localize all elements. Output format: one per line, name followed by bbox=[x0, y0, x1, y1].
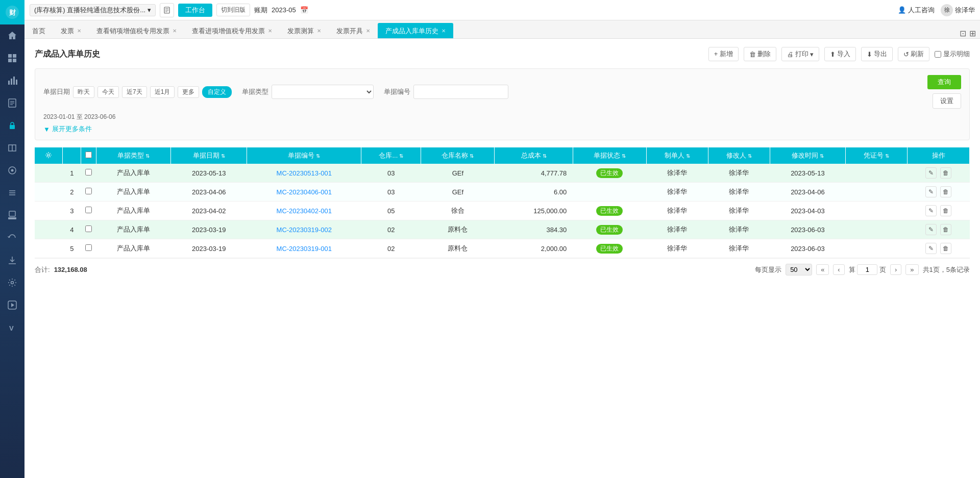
sidebar-item-home[interactable] bbox=[0, 24, 24, 47]
date-btn-custom[interactable]: 自定义 bbox=[202, 86, 232, 98]
tab-history[interactable]: 产成品入库单历史 ✕ bbox=[378, 23, 453, 38]
tab-open-close[interactable]: ✕ bbox=[366, 28, 370, 34]
tab-invoice-close[interactable]: ✕ bbox=[77, 28, 81, 34]
row-select-checkbox[interactable] bbox=[85, 244, 92, 251]
th-date[interactable]: 单据日期⇅ bbox=[171, 147, 247, 164]
tab-calc[interactable]: 发票测算 ✕ bbox=[280, 23, 329, 38]
edit-icon[interactable]: ✎ bbox=[925, 243, 937, 254]
row-code[interactable]: MC-20230319-002 bbox=[247, 220, 361, 239]
edit-icon[interactable]: ✎ bbox=[925, 205, 937, 216]
workbench-button[interactable]: 工作台 bbox=[178, 4, 212, 17]
th-modify-time[interactable]: 修改时间⇅ bbox=[770, 147, 846, 164]
row-code[interactable]: MC-20230402-001 bbox=[247, 202, 361, 220]
row-checkbox[interactable] bbox=[81, 183, 96, 202]
trash-icon[interactable]: 🗑 bbox=[940, 186, 951, 197]
th-voucher[interactable]: 凭证号⇅ bbox=[846, 147, 908, 164]
first-page-btn[interactable]: « bbox=[816, 264, 829, 275]
expand-more-btn[interactable]: ▼ 展开更多条件 bbox=[43, 124, 961, 134]
th-modifier[interactable]: 修改人⇅ bbox=[708, 147, 770, 164]
select-all-checkbox[interactable] bbox=[85, 152, 92, 158]
page-number-input[interactable] bbox=[857, 264, 877, 275]
calendar-icon[interactable]: 📅 bbox=[300, 6, 308, 14]
trash-icon[interactable]: 🗑 bbox=[940, 243, 951, 254]
sidebar-item-tools[interactable] bbox=[0, 159, 24, 182]
show-detail-input[interactable] bbox=[935, 51, 941, 58]
tab-invoice[interactable]: 发票 ✕ bbox=[53, 23, 89, 38]
row-code[interactable]: MC-20230406-001 bbox=[247, 183, 361, 202]
row-code[interactable]: MC-20230513-001 bbox=[247, 164, 361, 183]
sidebar-item-v[interactable]: V bbox=[0, 316, 24, 339]
export-button[interactable]: ⬇ 导出 bbox=[861, 47, 893, 61]
date-btn-7days[interactable]: 近7天 bbox=[122, 86, 147, 98]
row-checkbox[interactable] bbox=[81, 239, 96, 258]
print-button[interactable]: 🖨 打印 ▾ bbox=[781, 47, 819, 61]
service-btn[interactable]: 👤 人工咨询 bbox=[898, 6, 935, 15]
edit-icon[interactable]: ✎ bbox=[925, 186, 937, 197]
sidebar-item-settings[interactable] bbox=[0, 271, 24, 294]
th-creator[interactable]: 制单人⇅ bbox=[647, 147, 708, 164]
row-select-checkbox[interactable] bbox=[85, 169, 92, 175]
th-settings[interactable] bbox=[35, 147, 63, 164]
date-btn-1month[interactable]: 近1月 bbox=[150, 86, 175, 98]
row-select-checkbox[interactable] bbox=[85, 225, 92, 232]
edit-icon[interactable]: ✎ bbox=[925, 224, 937, 235]
sidebar-item-lock[interactable] bbox=[0, 114, 24, 137]
th-type[interactable]: 单据类型⇅ bbox=[96, 147, 171, 164]
sidebar-item-cycle[interactable] bbox=[0, 227, 24, 249]
tab-check-out-close[interactable]: ✕ bbox=[173, 28, 177, 34]
switch-old-btn[interactable]: 切到旧版 bbox=[216, 4, 250, 16]
trash-icon[interactable]: 🗑 bbox=[940, 167, 951, 179]
tab-check-in[interactable]: 查看进项增值税专用发票 ✕ bbox=[184, 23, 280, 38]
trash-icon[interactable]: 🗑 bbox=[940, 224, 951, 235]
th-warehouse-name[interactable]: 仓库名称⇅ bbox=[421, 147, 495, 164]
sidebar-item-chart[interactable] bbox=[0, 69, 24, 92]
query-button[interactable]: 查询 bbox=[927, 75, 961, 89]
sidebar-item-grid[interactable] bbox=[0, 47, 24, 69]
tab-expand-btn[interactable]: ⊞ bbox=[969, 29, 976, 38]
type-filter-select[interactable] bbox=[272, 85, 374, 99]
delete-button[interactable]: 🗑 删除 bbox=[744, 47, 776, 61]
add-button[interactable]: + 新增 bbox=[708, 47, 739, 61]
sidebar-item-play[interactable] bbox=[0, 294, 24, 316]
next-page-btn[interactable]: › bbox=[890, 264, 901, 275]
row-code[interactable]: MC-20230319-001 bbox=[247, 239, 361, 258]
tab-home[interactable]: 首页 bbox=[24, 23, 53, 38]
import-button[interactable]: ⬆ 导入 bbox=[824, 47, 856, 61]
th-cost[interactable]: 总成本⇅ bbox=[495, 147, 573, 164]
th-code[interactable]: 单据编号⇅ bbox=[247, 147, 361, 164]
per-page-select[interactable]: 50 100 bbox=[786, 264, 812, 275]
setting-button[interactable]: 设置 bbox=[933, 93, 961, 109]
last-page-btn[interactable]: » bbox=[905, 264, 918, 275]
sidebar-item-book[interactable] bbox=[0, 137, 24, 159]
tab-check-out[interactable]: 查看销项增值税专用发票 ✕ bbox=[89, 23, 184, 38]
date-btn-today[interactable]: 今天 bbox=[97, 86, 119, 98]
sidebar-item-download[interactable] bbox=[0, 249, 24, 271]
date-btn-yesterday[interactable]: 昨天 bbox=[73, 86, 94, 98]
row-checkbox[interactable] bbox=[81, 164, 96, 183]
tab-restore-btn[interactable]: ⊡ bbox=[960, 29, 966, 38]
refresh-button[interactable]: ↺ 刷新 bbox=[898, 47, 929, 61]
th-warehouse-code[interactable]: 仓库...⇅ bbox=[361, 147, 421, 164]
sidebar-item-stamp[interactable] bbox=[0, 204, 24, 227]
company-selector[interactable]: (库存核算) 直播轻纯通信息技术股份... ▾ bbox=[30, 4, 156, 16]
row-select-checkbox[interactable] bbox=[85, 188, 92, 194]
doc-icon-btn[interactable] bbox=[160, 3, 174, 17]
tab-open[interactable]: 发票开具 ✕ bbox=[329, 23, 378, 38]
user-menu[interactable]: 徐 徐泽华 bbox=[941, 4, 975, 16]
row-checkbox[interactable] bbox=[81, 202, 96, 220]
tab-calc-close[interactable]: ✕ bbox=[317, 28, 321, 34]
th-checkbox[interactable] bbox=[81, 147, 96, 164]
tab-check-in-close[interactable]: ✕ bbox=[268, 28, 272, 34]
number-filter-input[interactable] bbox=[413, 85, 508, 99]
edit-icon[interactable]: ✎ bbox=[925, 167, 937, 179]
sidebar-item-doc[interactable] bbox=[0, 92, 24, 114]
date-btn-more[interactable]: 更多 bbox=[178, 86, 199, 98]
tab-history-close[interactable]: ✕ bbox=[442, 28, 446, 34]
trash-icon[interactable]: 🗑 bbox=[940, 205, 951, 216]
th-status[interactable]: 单据状态⇅ bbox=[573, 147, 646, 164]
show-detail-checkbox[interactable]: 显示明细 bbox=[935, 49, 970, 59]
row-checkbox[interactable] bbox=[81, 220, 96, 239]
row-select-checkbox[interactable] bbox=[85, 207, 92, 213]
prev-page-btn[interactable]: ‹ bbox=[833, 264, 844, 275]
sidebar-item-list2[interactable] bbox=[0, 182, 24, 204]
